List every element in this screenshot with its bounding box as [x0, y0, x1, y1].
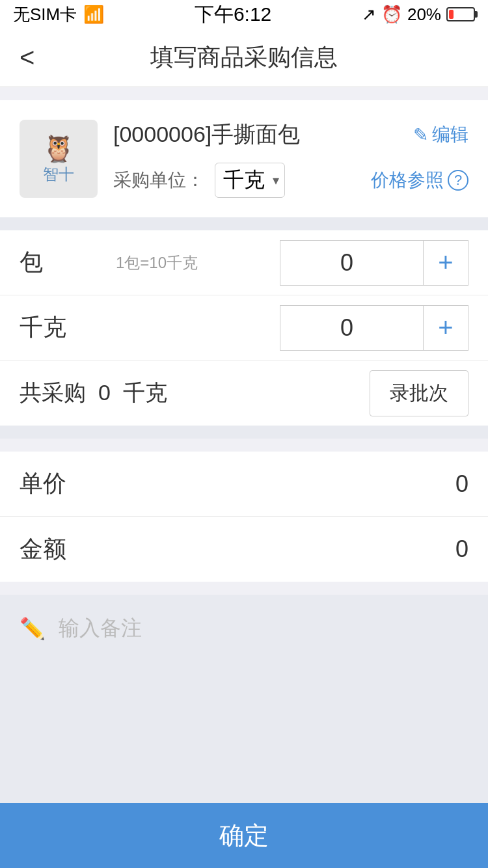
location-icon: ↗ [362, 5, 376, 25]
edit-label: 编辑 [432, 122, 468, 147]
kg-input-row: 千克 + [0, 295, 488, 360]
back-button[interactable]: < [20, 43, 34, 72]
total-label: 共采购 0 千克 [20, 378, 167, 408]
product-info: [0000006]手撕面包 ✎ 编辑 采购单位： 千克 价格参照 ? [113, 120, 468, 198]
price-ref-label: 价格参照 [371, 168, 444, 193]
product-card: 🦉 智十 [0000006]手撕面包 ✎ 编辑 采购单位： 千克 价格参照 ? [0, 100, 488, 217]
quantity-section: 包 1包=10千克 + 千克 + [0, 230, 488, 360]
kg-unit-label: 千克 [20, 312, 111, 344]
notes-placeholder: 输入备注 [59, 614, 142, 643]
kg-plus-button[interactable]: + [423, 305, 468, 351]
edit-icon: ✎ [413, 124, 428, 146]
unit-value: 千克 [223, 166, 265, 195]
total-row: 共采购 0 千克 录批次 [0, 360, 488, 426]
bag-plus-button[interactable]: + [423, 240, 468, 286]
status-bar: 无SIM卡 📶 下午6:12 ↗ ⏰ 20% [0, 0, 488, 29]
battery-percent: 20% [407, 5, 441, 25]
price-ref-button[interactable]: 价格参照 ? [371, 168, 468, 193]
alarm-icon: ⏰ [381, 5, 402, 25]
amount-value: 0 [455, 536, 468, 563]
unit-label: 采购单位： [113, 168, 204, 193]
confirm-button[interactable]: 确定 [0, 803, 488, 868]
wifi-icon: 📶 [83, 5, 104, 25]
bag-qty-input[interactable] [280, 240, 423, 286]
status-right: ↗ ⏰ 20% [362, 5, 475, 25]
amount-label: 金额 [20, 534, 66, 565]
bag-input-row: 包 1包=10千克 + [0, 230, 488, 295]
kg-qty-input[interactable] [280, 305, 423, 351]
kg-qty-wrapper: + [280, 305, 468, 351]
unit-select[interactable]: 千克 [215, 163, 285, 198]
product-thumbnail: 🦉 智十 [20, 120, 98, 198]
section-divider-1 [0, 217, 488, 230]
edit-button[interactable]: ✎ 编辑 [413, 122, 468, 147]
bag-unit-label: 包 [20, 247, 111, 278]
price-section: 单价 0 金额 0 [0, 452, 488, 582]
owl-icon: 🦉 [42, 133, 75, 164]
product-full-name: [0000006]手撕面包 [113, 120, 300, 150]
batch-button[interactable]: 录批次 [370, 370, 468, 416]
thumb-text: 智十 [43, 164, 74, 185]
amount-row: 金额 0 [0, 517, 488, 582]
pencil-icon: ✏️ [20, 616, 46, 641]
carrier-text: 无SIM卡 [13, 3, 77, 26]
status-time: 下午6:12 [195, 1, 271, 28]
unit-row: 采购单位： 千克 价格参照 ? [113, 163, 468, 198]
bag-qty-wrapper: + [280, 240, 468, 286]
price-ref-icon: ? [448, 170, 468, 191]
nav-bar: < 填写商品采购信息 [0, 29, 488, 87]
product-name-row: [0000006]手撕面包 ✎ 编辑 [113, 120, 468, 150]
battery-icon [446, 7, 475, 21]
page-title: 填写商品采购信息 [150, 42, 338, 74]
unit-price-row: 单价 0 [0, 452, 488, 517]
status-carrier: 无SIM卡 📶 [13, 3, 104, 26]
bag-sub-label: 1包=10千克 [116, 252, 198, 273]
unit-price-value: 0 [455, 470, 468, 498]
unit-price-label: 单价 [20, 468, 66, 500]
notes-section[interactable]: ✏️ 输入备注 [0, 595, 488, 662]
section-divider-2 [0, 426, 488, 439]
